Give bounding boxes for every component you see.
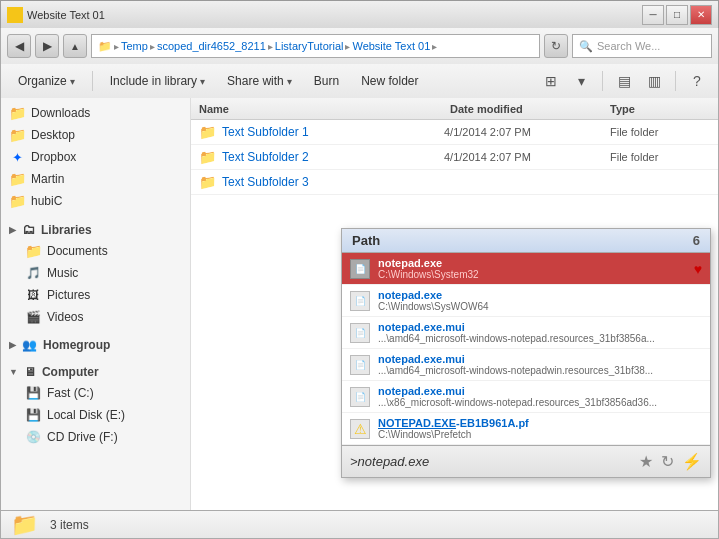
folder-icon: 📁 [199,174,216,190]
path-item-sub-5: C:\Windows\Prefetch [378,429,702,440]
burn-button[interactable]: Burn [305,68,348,94]
search-box[interactable]: 🔍 Search We... [572,34,712,58]
new-folder-button[interactable]: New folder [352,68,427,94]
title-controls: ─ □ ✕ [642,5,712,25]
sidebar-item-pictures[interactable]: 🖼 Pictures [1,284,190,306]
column-date: Date modified [450,103,610,115]
file-icon-1: 📄 [350,291,370,311]
path-item-name-5: NOTEPAD.EXE-EB1B961A.pf [378,417,702,429]
file-name: Text Subfolder 1 [222,125,438,139]
share-with-button[interactable]: Share with ▾ [218,68,301,94]
restore-button[interactable]: □ [666,5,688,25]
path-item-4[interactable]: 📄 notepad.exe.mui ...\x86_microsoft-wind… [342,381,710,413]
up-button[interactable]: ▲ [63,34,87,58]
path-item-name-bold-5: NOTEPAD.EXE [378,417,456,429]
sidebar-label-cddrive: CD Drive (F:) [47,430,118,444]
sidebar-label-downloads: Downloads [31,106,90,120]
sidebar-label-videos: Videos [47,310,83,324]
sidebar-item-desktop[interactable]: 📁 Desktop [1,124,190,146]
path-part-2[interactable]: scoped_dir4652_8211 [157,40,266,52]
sidebar-section-homegroup[interactable]: ▶ 👥 Homegroup [1,332,190,355]
sidebar: 📁 Downloads 📁 Desktop ✦ Dropbox 📁 Martin… [1,98,191,510]
share-with-chevron: ▾ [287,76,292,87]
file-name: Text Subfolder 2 [222,150,438,164]
sidebar-section-computer[interactable]: ▼ 🖥 Computer [1,359,190,382]
notepad-icon-3: 📄 [355,360,366,370]
path-item-name-4: notepad.exe.mui [378,385,702,397]
close-button[interactable]: ✕ [690,5,712,25]
path-item-name-1: notepad.exe [378,289,702,301]
organize-button[interactable]: Organize ▾ [9,68,84,94]
path-item-name-2: notepad.exe.mui [378,321,702,333]
sidebar-item-cddrive[interactable]: 💿 CD Drive (F:) [1,426,190,448]
address-bar: ◀ ▶ ▲ 📁 ▸ Temp ▸ scoped_dir4652_8211 ▸ L… [0,28,719,64]
minimize-button[interactable]: ─ [642,5,664,25]
path-part-3[interactable]: ListaryTutorial [275,40,344,52]
path-item-5[interactable]: ⚠ NOTEPAD.EXE-EB1B961A.pf C:\Windows\Pre… [342,413,710,445]
libraries-arrow-icon: ▶ [9,225,16,235]
path-part-1[interactable]: Temp [121,40,148,52]
sidebar-label-pictures: Pictures [47,288,90,302]
organize-label: Organize [18,74,67,88]
burn-label: Burn [314,74,339,88]
file-name: Text Subfolder 3 [222,175,438,189]
sidebar-item-documents[interactable]: 📁 Documents [1,240,190,262]
refresh-button[interactable]: ↻ [544,34,568,58]
table-row[interactable]: 📁 Text Subfolder 1 4/1/2014 2:07 PM File… [191,120,718,145]
details-pane-button[interactable]: ▤ [611,68,637,94]
path-item-3[interactable]: 📄 notepad.exe.mui ...\amd64_microsoft-wi… [342,349,710,381]
chevron-down-icon: ▾ [578,73,585,89]
drive-icon: 💾 [25,407,41,423]
star-icon[interactable]: ★ [639,452,653,471]
table-row[interactable]: 📁 Text Subfolder 3 [191,170,718,195]
window-title: Website Text 01 [27,9,105,21]
sidebar-item-fastc[interactable]: 💾 Fast (C:) [1,382,190,404]
include-library-chevron: ▾ [200,76,205,87]
sidebar-label-documents: Documents [47,244,108,258]
file-icon-0: 📄 [350,259,370,279]
folder-icon: 📁 [199,124,216,140]
sidebar-label-music: Music [47,266,78,280]
folder-icon: 📁 [9,171,25,187]
view-toggle-button[interactable]: ▾ [568,68,594,94]
path-item-sub-2: ...\amd64_microsoft-windows-notepad.reso… [378,333,702,344]
sidebar-item-locale[interactable]: 💾 Local Disk (E:) [1,404,190,426]
share-with-label: Share with [227,74,284,88]
path-item-1[interactable]: 📄 notepad.exe C:\Windows\SysWOW64 [342,285,710,317]
lightning-icon[interactable]: ⚡ [682,452,702,471]
sidebar-label-locale: Local Disk (E:) [47,408,125,422]
dropbox-icon: ✦ [9,149,25,165]
window-icon [7,7,23,23]
folder-icon: 📁 [9,127,25,143]
preview-pane-button[interactable]: ▥ [641,68,667,94]
path-item-2[interactable]: 📄 notepad.exe.mui ...\amd64_microsoft-wi… [342,317,710,349]
path-item-text-2: notepad.exe.mui ...\amd64_microsoft-wind… [378,321,702,344]
table-row[interactable]: 📁 Text Subfolder 2 4/1/2014 2:07 PM File… [191,145,718,170]
heart-icon-0: ♥ [694,261,702,277]
sidebar-item-videos[interactable]: 🎬 Videos [1,306,190,328]
path-item-0[interactable]: 📄 notepad.exe C:\Windows\System32 ♥ [342,253,710,285]
forward-button[interactable]: ▶ [35,34,59,58]
path-sep-5: ▸ [432,41,437,52]
computer-icon: 🖥 [24,365,36,379]
path-part-4[interactable]: Website Text 01 [352,40,430,52]
help-button[interactable]: ? [684,68,710,94]
sidebar-item-martin[interactable]: 📁 Martin [1,168,190,190]
homegroup-icon: 👥 [22,338,37,352]
sidebar-label-hubic: hubiC [31,194,62,208]
refresh-icon[interactable]: ↻ [661,452,674,471]
address-path[interactable]: 📁 ▸ Temp ▸ scoped_dir4652_8211 ▸ Listary… [91,34,540,58]
sidebar-section-libraries[interactable]: ▶ 🗂 Libraries [1,216,190,240]
sidebar-item-dropbox[interactable]: ✦ Dropbox [1,146,190,168]
sidebar-label-desktop: Desktop [31,128,75,142]
sidebar-item-downloads[interactable]: 📁 Downloads [1,102,190,124]
view-options-button[interactable]: ⊞ [538,68,564,94]
sidebar-label-homegroup: Homegroup [43,338,110,352]
path-item-sub-4: ...\x86_microsoft-windows-notepad.resour… [378,397,702,408]
notepad-icon-2: 📄 [355,328,366,338]
organize-chevron: ▾ [70,76,75,87]
back-button[interactable]: ◀ [7,34,31,58]
include-library-button[interactable]: Include in library ▾ [101,68,214,94]
sidebar-item-hubic[interactable]: 📁 hubiC [1,190,190,212]
sidebar-item-music[interactable]: 🎵 Music [1,262,190,284]
